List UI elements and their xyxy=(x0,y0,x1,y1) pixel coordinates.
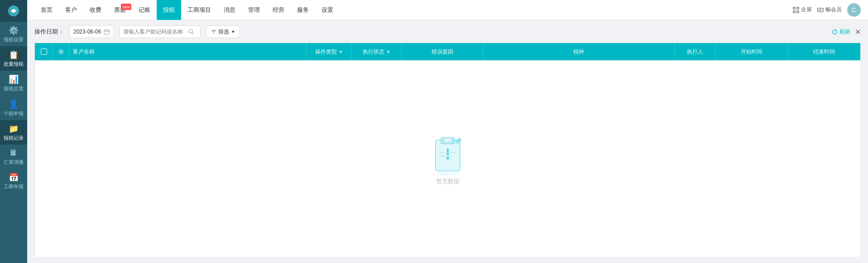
table-header: 客户名称 操作类型 ▼ 执行状态 ▼ 错误股因 税种 xyxy=(35,43,860,60)
fullscreen-btn[interactable]: 全屏 xyxy=(793,6,812,14)
sidebar-item-label: 批量报税 xyxy=(4,61,24,67)
nav-billing[interactable]: 收费 xyxy=(83,0,108,20)
nav-customer[interactable]: 客户 xyxy=(59,0,83,20)
sidebar-item-label: 报税设置 xyxy=(4,37,24,43)
svg-rect-7 xyxy=(104,30,109,34)
search-box[interactable] xyxy=(119,25,201,38)
refresh-icon xyxy=(832,29,838,35)
fullscreen-label: 全屏 xyxy=(801,6,812,14)
svg-rect-4 xyxy=(793,11,795,13)
op-type-sort-icon: ▼ xyxy=(339,49,343,54)
nav-tax[interactable]: 报税 xyxy=(157,0,181,20)
search-icon xyxy=(188,29,194,34)
filter-button[interactable]: 筛选 ▼ xyxy=(206,25,240,38)
svg-point-8 xyxy=(189,29,192,33)
sidebar-item-label: 个税申报 xyxy=(4,111,24,117)
close-button[interactable]: ✕ xyxy=(855,28,861,36)
invoice-badge: new xyxy=(121,4,131,10)
main-container: 首页 客户 收费 票据 new 记账 报税 工商项目 消息 管理 经营 xyxy=(27,0,868,263)
sidebar-item-tax-settings[interactable]: ⚙️ 报税设置 xyxy=(0,22,27,46)
table-container: 客户名称 操作类型 ▼ 执行状态 ▼ 错误股因 税种 xyxy=(34,43,861,258)
svg-point-13 xyxy=(446,157,449,160)
batch-tax-icon: 📋 xyxy=(9,50,19,60)
svg-rect-12 xyxy=(444,138,451,142)
nav-accounting[interactable]: 记账 xyxy=(132,0,157,20)
member-btn[interactable]: 畅会员 xyxy=(817,6,842,14)
sidebar-item-calculation[interactable]: 🖩 汇算清缴 xyxy=(0,145,27,169)
search-input[interactable] xyxy=(123,29,187,35)
sidebar-item-label: 报税总览 xyxy=(4,86,24,92)
date-picker[interactable]: 2023-06-06 xyxy=(69,25,114,38)
empty-text: 暂无数据 xyxy=(436,177,460,185)
sidebar-item-label: 报税记录 xyxy=(4,135,24,141)
header-checkbox[interactable] xyxy=(41,49,47,55)
th-client: 客户名称 xyxy=(69,43,307,60)
annual-report-icon: 📅 xyxy=(9,172,19,182)
sidebar-item-label: 工商年报 xyxy=(4,184,24,190)
nav-manage[interactable]: 管理 xyxy=(242,0,266,20)
th-error: 错误股因 xyxy=(402,43,483,60)
chevron-down-icon: ▼ xyxy=(231,29,235,34)
sidebar-item-annual-report[interactable]: 📅 工商年报 xyxy=(0,169,27,193)
filter-icon xyxy=(211,29,216,34)
sidebar-logo xyxy=(0,0,27,22)
empty-state: 暂无数据 xyxy=(427,132,468,185)
svg-rect-5 xyxy=(797,11,799,13)
svg-point-1 xyxy=(12,10,15,12)
filter-label: 筛选 xyxy=(218,28,229,36)
top-nav: 首页 客户 收费 票据 new 记账 报税 工商项目 消息 管理 经营 xyxy=(27,0,868,20)
sidebar-item-label: 汇算清缴 xyxy=(4,159,24,165)
sidebar: ⚙️ 报税设置 📋 批量报税 📊 报税总览 👤 个税申报 📁 报税记录 🖩 汇算… xyxy=(0,0,27,263)
calendar-icon xyxy=(104,29,110,35)
empty-clipboard-icon xyxy=(427,132,468,177)
content-area: 操作日期： 2023-06-06 筛选 ▼ 刷新 xyxy=(27,20,868,263)
nav-invoice[interactable]: 票据 new xyxy=(108,0,132,20)
gear-icon xyxy=(58,49,64,55)
member-label: 畅会员 xyxy=(825,6,842,14)
refresh-button[interactable]: 刷新 xyxy=(832,28,850,36)
toolbar-right: 刷新 ✕ xyxy=(832,28,861,36)
nav-operation[interactable]: 经营 xyxy=(266,0,291,20)
th-start: 开始时间 xyxy=(715,43,788,60)
calculation-icon: 🖩 xyxy=(10,148,18,158)
tax-records-icon: 📁 xyxy=(9,124,19,134)
toolbar: 操作日期： 2023-06-06 筛选 ▼ 刷新 xyxy=(34,25,861,38)
sidebar-item-tax-overview[interactable]: 📊 报税总览 xyxy=(0,71,27,95)
th-check[interactable] xyxy=(35,43,53,60)
svg-rect-15 xyxy=(439,152,456,153)
svg-point-17 xyxy=(436,171,460,176)
svg-point-9 xyxy=(60,51,62,53)
th-tax: 税种 xyxy=(483,43,675,60)
nav-message[interactable]: 消息 xyxy=(217,0,242,20)
svg-rect-2 xyxy=(793,7,795,9)
th-executor: 执行人 xyxy=(675,43,715,60)
nav-service[interactable]: 服务 xyxy=(291,0,315,20)
refresh-label: 刷新 xyxy=(839,28,850,36)
svg-rect-3 xyxy=(797,7,799,9)
page-body: 操作日期： 2023-06-06 筛选 ▼ 刷新 xyxy=(27,20,868,263)
th-end: 结束时间 xyxy=(788,43,860,60)
th-gear[interactable] xyxy=(53,43,69,60)
sidebar-item-tax-records[interactable]: 📁 报税记录 xyxy=(0,120,27,145)
tax-settings-icon: ⚙️ xyxy=(9,25,19,35)
svg-rect-16 xyxy=(439,156,452,157)
nav-home[interactable]: 首页 xyxy=(34,0,59,20)
sidebar-item-personal-tax[interactable]: 👤 个税申报 xyxy=(0,96,27,120)
th-status[interactable]: 执行状态 ▼ xyxy=(352,43,402,60)
svg-rect-6 xyxy=(818,8,823,12)
nav-business[interactable]: 工商项目 xyxy=(181,0,217,20)
status-sort-icon: ▼ xyxy=(386,49,391,54)
nav-settings[interactable]: 设置 xyxy=(315,0,340,20)
sidebar-item-batch-tax[interactable]: 📋 批量报税 xyxy=(0,46,27,71)
date-value: 2023-06-06 xyxy=(73,29,101,35)
avatar[interactable]: C xyxy=(847,3,861,17)
th-op-type[interactable]: 操作类型 ▼ xyxy=(307,43,352,60)
date-label: 操作日期： xyxy=(34,28,64,36)
nav-right: 全屏 畅会员 C xyxy=(793,3,861,17)
tax-overview-icon: 📊 xyxy=(9,74,19,84)
table-body: 暂无数据 xyxy=(35,60,860,257)
personal-tax-icon: 👤 xyxy=(9,99,19,109)
